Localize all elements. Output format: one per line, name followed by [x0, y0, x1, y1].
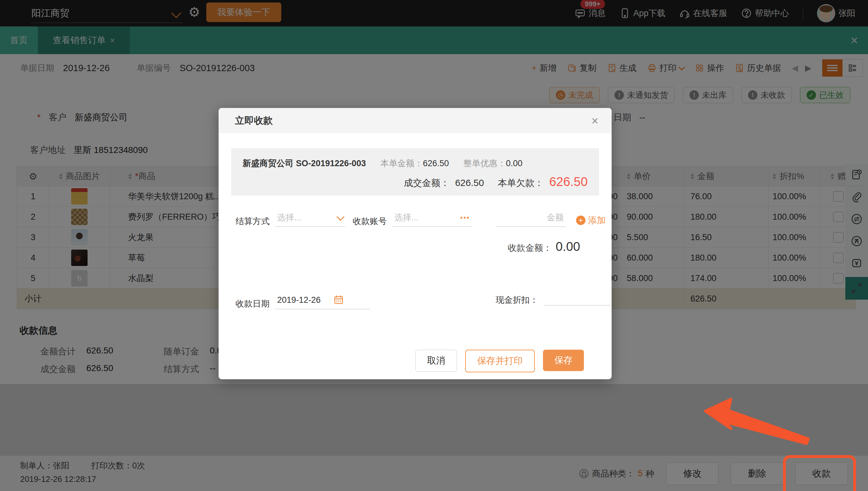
- close-icon[interactable]: ×: [591, 114, 598, 128]
- modal-buttons: 取消 保存并打印 保存: [415, 350, 584, 372]
- chevron-down-icon: [336, 213, 344, 221]
- order-summary-box: 新盛商贸公司 SO-20191226-003 本单金额：626.50 整单优惠：…: [231, 148, 599, 196]
- receive-date-field[interactable]: 收款日期 2019-12-26: [235, 294, 370, 309]
- plus-circle-icon: +: [576, 215, 586, 225]
- app-root: 阳江商贸 ⚙ 我要体验一下 999+ 消息 App下载 在线客服 帮助中心: [0, 0, 868, 491]
- owe-label: 本单欠款：: [498, 177, 543, 190]
- modal-header: 立即收款 ×: [219, 108, 612, 133]
- cancel-button[interactable]: 取消: [415, 350, 457, 372]
- amount-input[interactable]: 金额: [496, 212, 566, 227]
- ellipsis-icon[interactable]: ⋯: [460, 212, 470, 223]
- annotation-arrow: [701, 396, 812, 450]
- save-button[interactable]: 保存: [543, 350, 584, 371]
- deal-amount-value: 626.50: [455, 177, 484, 188]
- summary-order: 新盛商贸公司 SO-20191226-003: [243, 158, 366, 169]
- owe-value: 626.50: [549, 175, 588, 189]
- receive-account-select[interactable]: 收款账号 选择...⋯: [353, 212, 472, 227]
- save-print-button[interactable]: 保存并打印: [465, 350, 535, 372]
- annotation-highlight-box: [783, 455, 856, 491]
- add-row-button[interactable]: + 添加: [576, 214, 606, 226]
- cash-discount-field[interactable]: 现金折扣：: [496, 294, 611, 306]
- received-amount: 收款金额： 0.00: [508, 239, 580, 254]
- settlement-method-select[interactable]: 结算方式 选择...: [235, 212, 345, 227]
- modal-title: 立即收款: [235, 114, 273, 127]
- calendar-icon[interactable]: [333, 294, 344, 305]
- receive-payment-modal: 立即收款 × 新盛商贸公司 SO-20191226-003 本单金额：626.5…: [219, 108, 612, 379]
- deal-amount-label: 成交金额：: [404, 177, 449, 190]
